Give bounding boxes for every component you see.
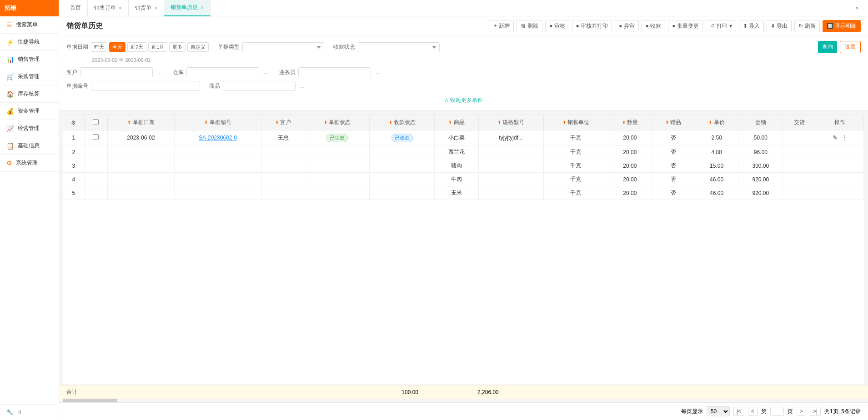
warehouse-input[interactable] [186,67,259,77]
tab-sales-order-close[interactable]: × [119,5,122,11]
date-btn-custom[interactable]: 自定义 [187,42,209,52]
cell-checkbox[interactable] [84,173,107,186]
prev-page-btn[interactable]: < [748,407,758,416]
cell-price: 2.50 [695,130,738,145]
col-qty[interactable]: ⬆ 数量 [608,115,652,130]
abandon-button[interactable]: ● 弃审 [615,20,639,32]
col-settings[interactable]: ⚙ [63,115,84,130]
sidebar-item-sales-mgmt[interactable]: 📊 销售管理 [0,51,59,68]
col-price[interactable]: ⬆ 单价 [695,115,738,130]
batch-change-button[interactable]: ● 批量变更 [668,20,703,32]
window-close-btn[interactable]: × [851,5,863,12]
cell-checkbox[interactable] [84,186,107,200]
tab-sales-goods[interactable]: 销货单 × [129,0,164,16]
cell-checkbox[interactable] [84,130,107,145]
cell-unit: 千克 [543,173,608,186]
cell-action [816,186,864,200]
col-customer[interactable]: ⬆ 客户 [261,115,305,130]
sidebar-item-purchase-mgmt[interactable]: 🛒 采购管理 [0,68,59,85]
system-mgmt-icon: ⚙ [6,160,12,167]
cell-gift: 否 [652,159,695,173]
salesman-input[interactable] [298,67,371,77]
scrollbar-thumb[interactable] [63,399,117,402]
doc-no-link[interactable]: SA-20230602-0 [199,135,237,141]
col-collect-status[interactable]: ⬆ 收款状态 [370,115,435,130]
col-gift[interactable]: ⬆ 赠品 [652,115,695,130]
date-btn-today[interactable]: 今天 [109,42,125,52]
sidebar-item-operations[interactable]: 📈 经营管理 [0,120,59,137]
col-unit[interactable]: ⬆ 销售单位 [543,115,608,130]
collapse-btn[interactable]: ∧ 收起更多条件 [66,95,861,106]
goods-dots-btn[interactable]: ... [298,83,306,89]
new-button[interactable]: + 新增 [490,20,513,32]
show-detail-button[interactable]: 🔲 显示明细 [823,20,861,32]
query-button[interactable]: 查询 [818,41,837,53]
next-page-btn[interactable]: > [797,407,806,416]
audit-print-button[interactable]: ● 审核并打印 [572,20,612,32]
doc-type-select[interactable] [242,42,324,52]
refresh-button[interactable]: ↻ 刷新 [794,20,819,32]
print-button[interactable]: 🖨 打印 ▾ [706,20,736,32]
settings-button[interactable]: 设置 [840,41,861,53]
warehouse-dots-btn[interactable]: ... [262,69,270,75]
goods-input[interactable] [223,81,296,91]
more-action-btn[interactable]: ⋮ [840,133,849,142]
cell-trade [783,145,816,159]
date-btn-1month[interactable]: 近1月 [148,42,167,52]
tab-sales-order[interactable]: 销售订单 × [88,0,129,16]
audit-button[interactable]: ● 审核 [545,20,569,32]
date-btn-yesterday[interactable]: 昨天 [91,42,107,52]
col-goods[interactable]: ⬆ 商品 [435,115,479,130]
table-row: 2西兰花千克20.00否4.8096.00 [63,145,864,159]
tab-sales-history-close[interactable]: × [201,5,204,11]
col-amount[interactable]: 金额 [738,115,783,130]
delete-button[interactable]: 🗑 删除 [517,20,542,32]
edit-action-btn[interactable]: ✎ [831,133,840,142]
last-page-btn[interactable]: >| [810,407,821,416]
date-btn-more[interactable]: 更多 [169,42,186,52]
cell-qty: 20.00 [608,130,652,145]
date-btn-7days[interactable]: 近7天 [127,42,146,52]
table-row: 12023-06-02SA-20230602-0王总已生效已收款小白菜tyjyj… [63,130,864,145]
cell-checkbox[interactable] [84,159,107,173]
cell-trade [783,173,816,186]
tab-home-label: 首页 [70,4,81,12]
col-checkbox[interactable] [84,115,107,130]
col-trade[interactable]: 交货 [783,115,816,130]
sidebar-item-basic-info[interactable]: 📋 基础信息 [0,137,59,155]
collect-button[interactable]: ● 收款 [642,20,666,32]
sidebar-item-quick-nav[interactable]: ⚡ 快捷导航 [0,34,59,51]
salesman-dots-btn[interactable]: ... [374,69,382,75]
col-doc-date[interactable]: ⬆ 单据日期 [108,115,175,130]
cell-amount: 50.00 [738,130,783,145]
horizontal-scrollbar[interactable] [63,399,864,402]
sidebar-item-search-menu[interactable]: ☰ 搜索菜单 [0,16,59,34]
customer-input[interactable] [80,67,153,77]
col-doc-status[interactable]: ⬆ 单据状态 [305,115,370,130]
export-button[interactable]: ⬇ 导出 [767,20,792,32]
toolbar: + 新增 🗑 删除 ● 审核 ● 审核并打印 ● 弃审 ● 收款 ● 批量变更 … [490,20,861,32]
customer-dots-btn[interactable]: ... [156,69,164,75]
import-button[interactable]: ⬆ 导入 [739,20,764,32]
cell-checkbox[interactable] [84,145,107,159]
tab-sales-order-label: 销售订单 [94,4,116,12]
per-page-select[interactable]: 50 100 200 [707,406,730,416]
sidebar-item-inventory[interactable]: 🏠 库存核算 [0,85,59,103]
footer-totals: 100.00 2,286.00 [83,389,861,395]
sidebar-item-system-mgmt[interactable]: ⚙ 系统管理 [0,155,59,172]
cell-customer [261,159,305,173]
collect-status-select[interactable] [358,42,440,52]
tab-home[interactable]: 首页 [64,0,88,16]
col-spec[interactable]: ⬆ 规格型号 [478,115,543,130]
tab-sales-goods-close[interactable]: × [154,5,157,11]
row-checkbox[interactable] [93,134,99,140]
tab-sales-history[interactable]: 销货单历史 × [164,0,211,16]
doc-type-filter: 单据类型 [218,42,324,52]
select-all-checkbox[interactable] [93,119,99,125]
sidebar-item-capital-mgmt[interactable]: 💰 资金管理 [0,103,59,120]
doc-no-input[interactable] [91,81,200,91]
cell-goods: 猪肉 [435,159,479,173]
page-input[interactable]: 1 [770,407,784,416]
col-doc-no[interactable]: ⬆ 单据编号 [174,115,261,130]
first-page-btn[interactable]: |< [733,407,744,416]
